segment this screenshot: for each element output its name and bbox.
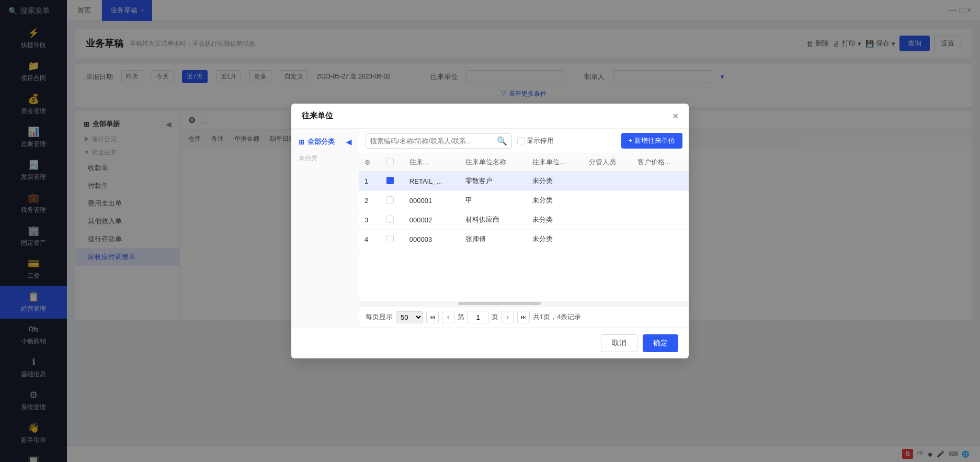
modal-content: 🔍 显示停用 + 新增往来单位 ⚙ [359,129,689,328]
row-manager [584,230,633,249]
modal-table-row[interactable]: 1 RETAIL_... 零散客户 未分类 [359,172,689,191]
row-price [632,210,689,230]
col-name: 往来单位名称 [460,153,527,172]
row-category: 未分类 [527,210,584,230]
modal-pagination: 每页显示 50 100 ⏮ ‹ 第 页 › ⏭ 共1页，4条记录 [359,306,689,328]
first-page-btn[interactable]: ⏮ [426,311,439,323]
total-text: 共1页，4条记录 [533,312,581,322]
disabled-checkbox-box [517,137,525,144]
modal-sidebar: ⊞ 全部分类 ◀ 未分类 [291,129,359,328]
modal-dialog: 往来单位 × ⊞ 全部分类 ◀ 未分类 🔍 [291,104,689,358]
row-checkbox[interactable] [381,230,404,249]
next-page-btn[interactable]: › [502,311,514,323]
modal-body: ⊞ 全部分类 ◀ 未分类 🔍 显示停用 [291,129,689,328]
show-disabled-checkbox[interactable]: 显示停用 [517,136,554,145]
modal-footer: 取消 确定 [291,328,689,358]
row-checkbox[interactable] [381,210,404,230]
col-check-all[interactable] [381,153,404,172]
row-num: 3 [359,210,381,230]
modal-header: 往来单位 × [291,104,689,129]
modal-unclassified[interactable]: 未分类 [291,151,359,166]
last-page-btn[interactable]: ⏭ [517,311,530,323]
row-category: 未分类 [527,230,584,249]
modal-table-row[interactable]: 2 000001 甲 未分类 [359,191,689,210]
modal-table: ⚙ 往来... 往来单位名称 往来单位... 分管人员 客户价格... 1 [359,153,689,301]
row-code: 000001 [404,191,460,210]
modal-search-icon: 🔍 [497,136,507,146]
modal-scrollbar[interactable] [359,301,689,306]
add-party-button[interactable]: + 新增往来单位 [621,133,682,149]
row-name: 张师傅 [460,230,527,249]
modal-table-row[interactable]: 3 000002 材料供应商 未分类 [359,210,689,230]
row-code: RETAIL_... [404,172,460,191]
row-price [632,230,689,249]
row-checkbox[interactable] [381,172,404,191]
page-number-input[interactable] [468,311,488,323]
row-category: 未分类 [527,191,584,210]
modal-sidebar-collapse-icon[interactable]: ◀ [346,138,351,146]
row-name: 零散客户 [460,172,527,191]
row-num: 4 [359,230,381,249]
modal-toolbar: 🔍 显示停用 + 新增往来单位 [359,129,689,153]
row-manager [584,172,633,191]
row-code: 000003 [404,230,460,249]
row-manager [584,210,633,230]
row-name: 材料供应商 [460,210,527,230]
row-checkbox[interactable] [381,191,404,210]
col-settings: ⚙ [359,153,381,172]
grid2-icon: ⊞ [299,138,304,146]
col-price: 客户价格... [632,153,689,172]
row-num: 2 [359,191,381,210]
modal-table-row[interactable]: 4 000003 张师傅 未分类 [359,230,689,249]
col-category: 往来单位... [527,153,584,172]
modal-search-input[interactable] [370,137,494,145]
col-code: 往来... [404,153,460,172]
confirm-button[interactable]: 确定 [643,334,678,352]
row-price [632,172,689,191]
row-price [632,191,689,210]
col-manager: 分管人员 [584,153,633,172]
row-name: 甲 [460,191,527,210]
modal-search-wrap: 🔍 [366,133,512,149]
modal-scrollbar-thumb [458,302,541,305]
per-page-select[interactable]: 50 100 [396,311,423,323]
modal-close-icon[interactable]: × [673,111,678,121]
row-code: 000002 [404,210,460,230]
modal-overlay: 往来单位 × ⊞ 全部分类 ◀ 未分类 🔍 [0,0,980,462]
row-num: 1 [359,172,381,191]
modal-sidebar-all[interactable]: ⊞ 全部分类 ◀ [291,133,359,151]
cancel-button[interactable]: 取消 [601,334,637,352]
prev-page-btn[interactable]: ‹ [442,311,454,323]
row-manager [584,191,633,210]
row-category: 未分类 [527,172,584,191]
modal-title: 往来单位 [302,111,333,121]
